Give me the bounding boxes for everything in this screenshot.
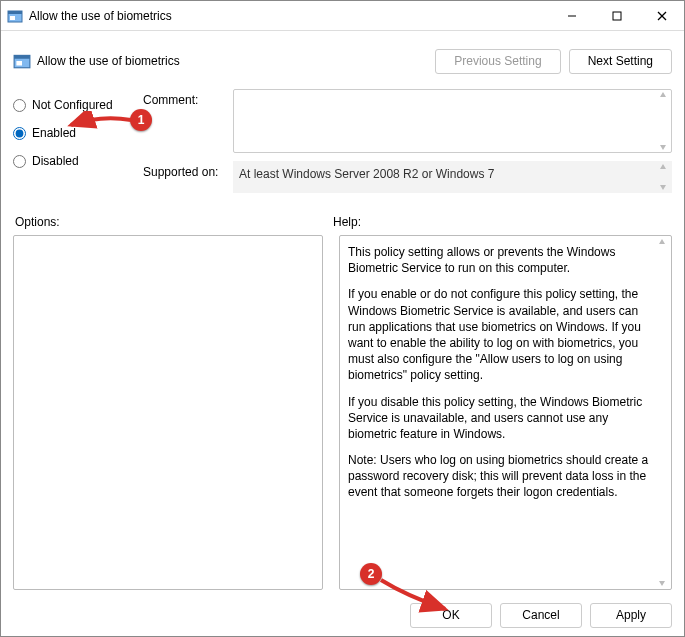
apply-button[interactable]: Apply: [590, 603, 672, 628]
help-text: If you disable this policy setting, the …: [348, 394, 653, 443]
titlebar: Allow the use of biometrics: [1, 1, 684, 31]
policy-icon: [7, 8, 23, 24]
supported-on-value: At least Windows Server 2008 R2 or Windo…: [233, 161, 672, 193]
svg-rect-2: [10, 16, 15, 20]
svg-rect-4: [613, 12, 621, 20]
scrollbar[interactable]: [655, 238, 669, 587]
previous-setting-button[interactable]: Previous Setting: [435, 49, 560, 74]
comment-label: Comment:: [143, 89, 233, 107]
radio-not-configured[interactable]: Not Configured: [13, 91, 143, 119]
radio-label: Not Configured: [32, 98, 113, 112]
dialog-footer: OK Cancel Apply: [1, 594, 684, 636]
comment-textarea[interactable]: [233, 89, 672, 153]
options-pane: [13, 235, 323, 590]
minimize-button[interactable]: [549, 1, 594, 30]
svg-rect-8: [14, 55, 30, 58]
ok-button[interactable]: OK: [410, 603, 492, 628]
help-text: This policy setting allows or prevents t…: [348, 244, 653, 276]
svg-rect-1: [8, 11, 22, 14]
radio-not-configured-input[interactable]: [13, 99, 26, 112]
radio-disabled[interactable]: Disabled: [13, 147, 143, 175]
radio-label: Disabled: [32, 154, 79, 168]
cancel-button[interactable]: Cancel: [500, 603, 582, 628]
svg-marker-11: [660, 145, 666, 150]
window-title: Allow the use of biometrics: [29, 9, 549, 23]
header-title: Allow the use of biometrics: [37, 54, 180, 68]
close-button[interactable]: [639, 1, 684, 30]
help-text: Note: Users who log on using biometrics …: [348, 452, 653, 501]
policy-icon: [13, 52, 31, 70]
radio-disabled-input[interactable]: [13, 155, 26, 168]
radio-enabled-input[interactable]: [13, 127, 26, 140]
radio-label: Enabled: [32, 126, 76, 140]
svg-marker-10: [660, 92, 666, 97]
svg-marker-14: [659, 239, 665, 244]
supported-on-label: Supported on:: [143, 161, 233, 179]
svg-marker-13: [660, 185, 666, 190]
maximize-button[interactable]: [594, 1, 639, 30]
next-setting-button[interactable]: Next Setting: [569, 49, 672, 74]
state-radio-group: Not Configured Enabled Disabled: [13, 89, 143, 201]
options-label: Options:: [13, 215, 333, 229]
svg-marker-12: [660, 164, 666, 169]
radio-enabled[interactable]: Enabled: [13, 119, 143, 147]
scrollbar[interactable]: [656, 91, 670, 151]
svg-rect-9: [16, 61, 22, 66]
svg-marker-15: [659, 581, 665, 586]
policy-editor-window: Allow the use of biometrics Allow the us…: [0, 0, 685, 637]
help-label: Help:: [333, 215, 672, 229]
scrollbar[interactable]: [656, 163, 670, 191]
help-pane: This policy setting allows or prevents t…: [339, 235, 672, 590]
help-text: If you enable or do not configure this p…: [348, 286, 653, 383]
header-row: Allow the use of biometrics Previous Set…: [13, 39, 672, 83]
